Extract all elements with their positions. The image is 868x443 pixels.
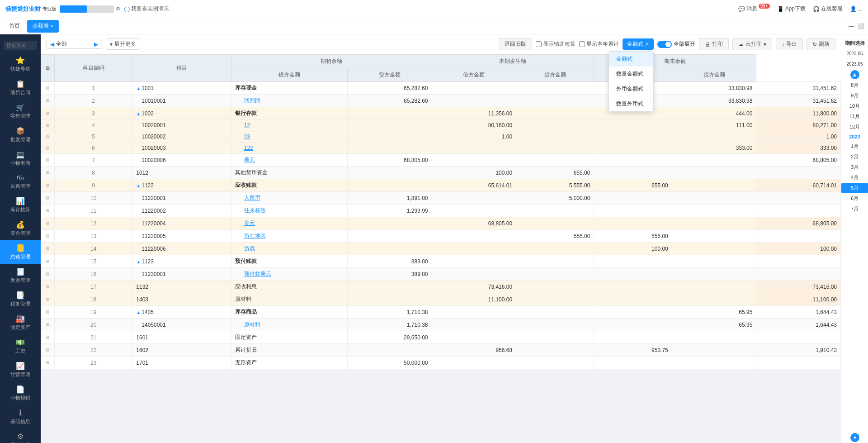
month-7[interactable]: 7月: [841, 204, 868, 214]
sidebar-item-project[interactable]: 📋项目合同: [0, 76, 41, 100]
sidebar-item-retail[interactable]: 🛒零售管理: [0, 100, 41, 123]
td-name[interactable]: 人民币: [231, 192, 347, 205]
td-code: 10010001: [132, 95, 231, 107]
export-btn[interactable]: ↓ 导出: [776, 38, 803, 50]
td-name[interactable]: 美元: [231, 217, 347, 230]
settings-icon[interactable]: ⚙: [116, 6, 120, 12]
sidebar-item-general-ledger[interactable]: 📒总账管理: [0, 240, 41, 264]
month-3[interactable]: 3月: [841, 162, 868, 172]
td-current-debit: [516, 319, 594, 331]
td-name[interactable]: 所在地区: [231, 230, 347, 243]
month-2023[interactable]: 2023: [841, 132, 868, 141]
td-settings: ⚙: [41, 143, 55, 154]
cloud-print-btn[interactable]: ☁ 云打印 ▾: [732, 38, 772, 50]
user-avatar[interactable]: 👤 ...: [850, 6, 863, 12]
tab-maximize-icon[interactable]: ⬜: [858, 23, 864, 29]
scroll-down-icon[interactable]: ▾: [850, 433, 859, 442]
td-opening-credit: 80,160.00: [432, 120, 516, 131]
sidebar-item-basic-info[interactable]: ℹ基础信息: [0, 405, 41, 429]
messages-btn[interactable]: 💬 消息 99+: [738, 5, 770, 13]
month-6[interactable]: 6月: [841, 193, 868, 204]
show-sub-input[interactable]: [536, 41, 542, 47]
tab-close-icon[interactable]: ×: [51, 24, 53, 29]
nav-left-icon[interactable]: ◀: [50, 41, 54, 48]
td-name[interactable]: 23: [231, 131, 347, 143]
sidebar-item-operations[interactable]: 📈经营管理: [0, 358, 41, 381]
sidebar-item-wholesale[interactable]: 📦批发管理: [0, 123, 41, 147]
sidebar-item-ecommerce[interactable]: 💻小畅电商: [0, 147, 41, 170]
month-5[interactable]: 5月: [841, 183, 868, 193]
search-input[interactable]: [4, 41, 37, 50]
month-12[interactable]: 12月: [841, 122, 868, 132]
month-11[interactable]: 11月: [841, 111, 868, 122]
month-2[interactable]: 2月: [841, 152, 868, 162]
month-1[interactable]: 1月: [841, 141, 868, 152]
month-10[interactable]: 10月: [841, 101, 868, 111]
tab-minimize-icon[interactable]: —: [849, 23, 854, 29]
refresh-btn[interactable]: ↻ 刷新: [807, 38, 835, 50]
sidebar-item-tax[interactable]: 📑税务管理: [0, 287, 41, 311]
month-9[interactable]: 9月: [841, 91, 868, 101]
td-name[interactable]: 往来标签: [231, 205, 347, 217]
sidebar-item-invoice[interactable]: 🧾发票管理: [0, 264, 41, 287]
format-option-amount[interactable]: 金额式: [609, 52, 653, 67]
month-4[interactable]: 4月: [841, 172, 868, 183]
sidebar-item-salary[interactable]: 💵工资: [0, 334, 41, 358]
format-dropdown-btn[interactable]: 金额式 ∧: [623, 38, 654, 50]
td-current-credit: 953.75: [594, 344, 672, 357]
td-name[interactable]: 122: [231, 143, 347, 154]
td-code: 10020006: [132, 154, 231, 167]
format-option-foreign-amount[interactable]: 外币金额式: [609, 81, 653, 96]
sidebar-item-quick-nav[interactable]: ⭐快捷导航: [0, 52, 41, 76]
td-name[interactable]: 预付款美元: [231, 268, 347, 281]
tab-balance[interactable]: 余额表 ×: [27, 20, 59, 33]
right-panel-year1[interactable]: 2023.05: [841, 48, 868, 59]
show-year-checkbox[interactable]: 显示本年累计: [579, 40, 619, 48]
nav-right-icon[interactable]: ▶: [94, 41, 98, 48]
td-closing-debit-val: 65.95: [672, 319, 756, 331]
td-current-debit: [516, 331, 594, 344]
month-8[interactable]: 8月: [841, 80, 868, 91]
sidebar: ⭐快捷导航 📋项目合同 🛒零售管理 📦批发管理 💻小畅电商 🛍采购管理 📊库存核…: [0, 34, 41, 443]
show-year-input[interactable]: [579, 41, 585, 47]
td-name[interactable]: 美元: [231, 154, 347, 167]
show-sub-checkbox[interactable]: 显示辅助核算: [536, 40, 576, 48]
td-end: [756, 205, 841, 217]
sidebar-item-capital[interactable]: 💰资金管理: [0, 217, 41, 240]
online-service-btn[interactable]: 🎧 在线客服: [813, 5, 843, 13]
table-row: ⚙ 12 11220004 美元 68,805.00 68,805.00: [41, 217, 841, 230]
sidebar-item-fixed-assets[interactable]: 🏭固定资产: [0, 311, 41, 334]
app-name: 畅捷通好业财: [5, 5, 41, 13]
search-nav-input[interactable]: [56, 41, 92, 48]
top-bar-left: 畅捷通好业财 专业版 ⚙ ◯ 我要看实例演示: [5, 5, 169, 13]
app-download-btn[interactable]: 📱 App下载: [777, 5, 806, 13]
td-name[interactable]: 12: [231, 120, 347, 131]
format-option-qty-foreign[interactable]: 数量外币式: [609, 96, 653, 111]
td-opening-debit: 1,891.00: [347, 192, 432, 205]
td-current-debit: 655.00: [516, 167, 594, 179]
sidebar-item-system[interactable]: ⚙系统管理: [0, 429, 41, 443]
expand-more-btn[interactable]: ▾ 展开更多: [106, 38, 140, 50]
print-btn[interactable]: 🖨 打印: [699, 38, 729, 50]
td-end: [756, 230, 841, 243]
sidebar-item-inventory[interactable]: 📊库存核算: [0, 193, 41, 217]
th-current-credit: 贷方金额: [516, 68, 594, 82]
format-option-qty-amount[interactable]: 数量金额式: [609, 67, 653, 81]
back-old-btn[interactable]: 退回旧版: [499, 38, 532, 50]
td-current-debit: [516, 293, 594, 306]
demo-link[interactable]: ◯ 我要看实例演示: [124, 5, 169, 13]
td-name[interactable]: 原材料: [231, 319, 347, 331]
expand-switch[interactable]: [657, 41, 672, 48]
wholesale-icon: 📦: [16, 127, 25, 135]
sidebar-item-purchase[interactable]: 🛍采购管理: [0, 170, 41, 193]
td-name[interactable]: 游戏: [231, 243, 347, 255]
cloud-print-dropdown-icon: ▾: [764, 41, 766, 48]
sidebar-item-reports[interactable]: 📄小畅报销: [0, 381, 41, 405]
expand-all-toggle[interactable]: 全部展开: [657, 40, 695, 48]
td-settings: ⚙: [41, 217, 55, 230]
td-current-debit: [516, 120, 594, 131]
tab-home[interactable]: 首页: [4, 20, 25, 33]
right-panel-year2[interactable]: 2023.05: [841, 59, 868, 69]
td-name[interactable]: 回回回: [231, 95, 347, 107]
scroll-up-icon[interactable]: ▲: [850, 70, 859, 79]
